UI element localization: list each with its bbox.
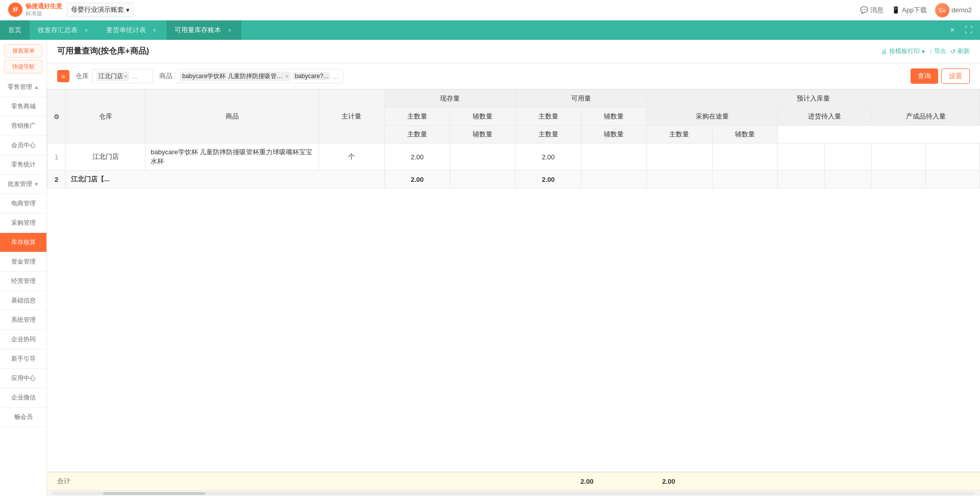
sidebar-item-retail-mall[interactable]: 零售商城 bbox=[0, 97, 46, 116]
purchase-transit-header: 采购在途量 bbox=[647, 108, 778, 126]
filter-area: » 仓库 江北门店 × … 商品 babycare学饮杯 儿童防摔防撞吸管杯重力… bbox=[47, 63, 980, 89]
sidebar-item-app-center[interactable]: 应用中心 bbox=[0, 369, 46, 388]
industry-selector[interactable]: 母婴行业演示账套 ▾ bbox=[66, 3, 134, 17]
top-bar-left: 好 畅捷通好生意 标准版 母婴行业演示账套 ▾ bbox=[8, 3, 134, 17]
sidebar-item-marketing[interactable]: 营销推广 bbox=[0, 116, 46, 136]
sidebar-item-retail-management[interactable]: 零售管理 ▲ bbox=[0, 78, 46, 97]
settings-header[interactable]: ⚙ bbox=[47, 90, 66, 144]
row-num: 1 bbox=[47, 144, 66, 171]
sidebar-item-finance[interactable]: 资金管理 bbox=[0, 252, 46, 272]
user-menu[interactable]: Ea demo2 bbox=[935, 3, 972, 17]
tab-available-stock-label: 可用量库存账本 bbox=[175, 26, 221, 35]
sidebar-item-member-center-label: 会员中心 bbox=[11, 141, 36, 150]
row-purchase-aux bbox=[712, 144, 777, 171]
tab-available-stock[interactable]: 可用量库存账本 × bbox=[166, 20, 241, 40]
tab-receive-summary[interactable]: 收发存汇总表 × bbox=[30, 20, 98, 40]
sidebar-item-enterprise-collaboration[interactable]: 企业协同 bbox=[0, 330, 46, 349]
warehouse-ellipsis[interactable]: … bbox=[131, 73, 138, 80]
available-header: 可用量 bbox=[516, 90, 647, 108]
settings-button[interactable]: 设置 bbox=[941, 68, 970, 84]
footer-label: 合计 bbox=[52, 477, 70, 486]
production-main-header: 主数量 bbox=[647, 126, 712, 144]
sidebar-item-chang-member-label: 畅会员 bbox=[14, 413, 33, 421]
tab-order-statistics-close[interactable]: × bbox=[151, 27, 158, 34]
subtotal-num: 2 bbox=[47, 171, 66, 188]
query-button[interactable]: 查询 bbox=[911, 68, 938, 84]
sidebar-item-onboarding-label: 新手引导 bbox=[11, 355, 36, 363]
row-unit: 个 bbox=[319, 144, 384, 171]
unit-header: 主计量 bbox=[319, 90, 384, 144]
product-input[interactable]: babycare学饮杯 儿童防摔防撞吸管杯重力球吸嘴杯宝宝水杯 × babyca… bbox=[176, 69, 344, 83]
product-tag2-value: babycare?... bbox=[295, 73, 328, 80]
tab-receive-summary-label: 收发存汇总表 bbox=[38, 26, 78, 35]
product-filter-label: 商品 bbox=[159, 72, 173, 81]
warehouse-tag-value: 江北门店 bbox=[99, 72, 123, 81]
subtotal-incoming-aux bbox=[825, 171, 872, 188]
logo: 好 畅捷通好生意 标准版 bbox=[8, 3, 62, 17]
tab-order-statistics[interactable]: 要货单统计表 × bbox=[98, 20, 166, 40]
sidebar-item-system-management[interactable]: 系统管理 bbox=[0, 311, 46, 330]
refresh-button[interactable]: ↺ 刷新 bbox=[950, 47, 970, 56]
nav-tabs: 首页 收发存汇总表 × 要货单统计表 × 可用量库存账本 × × ⛶ bbox=[0, 20, 980, 40]
product-tag-remove[interactable]: × bbox=[285, 73, 288, 79]
sidebar-item-business-management-label: 经营管理 bbox=[11, 277, 36, 286]
horizontal-scrollbar-track[interactable] bbox=[52, 492, 975, 495]
row-available-main: 2.00 bbox=[516, 144, 581, 171]
export-icon: ↑ bbox=[929, 48, 932, 55]
sidebar-item-member-center[interactable]: 会员中心 bbox=[0, 136, 46, 155]
subtotal-production-aux bbox=[926, 171, 980, 188]
sidebar-item-basic-info-label: 基础信息 bbox=[11, 296, 36, 305]
print-button[interactable]: 🖨 按模板打印 ▾ bbox=[881, 47, 925, 56]
sidebar-item-enterprise-wechat[interactable]: 企业微信 bbox=[0, 388, 46, 408]
expand-icon: » bbox=[61, 72, 65, 80]
filter-expand-button[interactable]: » bbox=[57, 70, 69, 82]
sidebar-item-wholesale-management[interactable]: 批发管理 ▼ bbox=[0, 175, 46, 194]
subtotal-incoming-main bbox=[778, 171, 825, 188]
subtotal-available-aux bbox=[581, 171, 646, 188]
subtotal-current-aux bbox=[450, 171, 516, 188]
username: demo2 bbox=[951, 6, 972, 14]
chevron-down-icon: ▾ bbox=[922, 48, 925, 55]
app-download-button[interactable]: 📱 App下载 bbox=[892, 6, 927, 15]
sidebar-item-finance-label: 资金管理 bbox=[11, 257, 36, 266]
current-aux-header: 辅数量 bbox=[450, 108, 516, 126]
subtotal-label: 江北门店【... bbox=[66, 171, 385, 188]
sidebar-item-business-management[interactable]: 经营管理 bbox=[0, 272, 46, 291]
close-all-tabs-button[interactable]: × bbox=[945, 23, 960, 37]
print-label: 按模板打印 bbox=[889, 47, 920, 56]
horizontal-scrollbar-thumb[interactable] bbox=[103, 492, 205, 495]
logo-text-block: 畅捷通好生意 标准版 bbox=[26, 3, 62, 17]
warehouse-input[interactable]: 江北门店 × … bbox=[92, 69, 153, 83]
product-header: 商品 bbox=[145, 90, 319, 144]
footer-available-main: 2.00 bbox=[648, 478, 689, 485]
fullscreen-button[interactable]: ⛶ bbox=[962, 23, 976, 37]
row-warehouse: 江北门店 bbox=[66, 144, 145, 171]
table-container: ⚙ 仓库 商品 主计量 现存量 可用量 预计入库量 主数量 辅数量 主数量 辅数… bbox=[47, 89, 980, 471]
table-row: 1 江北门店 babycare学饮杯 儿童防摔防撞吸管杯重力球吸嘴杯宝宝水杯 个… bbox=[47, 144, 980, 171]
subtotal-current-main: 2.00 bbox=[384, 171, 450, 188]
product-filter-group: 商品 babycare学饮杯 儿童防摔防撞吸管杯重力球吸嘴杯宝宝水杯 × bab… bbox=[159, 69, 344, 83]
row-product: babycare学饮杯 儿童防摔防撞吸管杯重力球吸嘴杯宝宝水杯 bbox=[145, 144, 319, 171]
row-available-aux bbox=[581, 144, 646, 171]
purchase-transit-main-header: 主数量 bbox=[384, 126, 450, 144]
sidebar-item-purchase-management[interactable]: 采购管理 bbox=[0, 214, 46, 233]
subtotal-row: 2 江北门店【... 2.00 2.00 bbox=[47, 171, 980, 188]
search-menu-button[interactable]: 搜索菜单 bbox=[4, 44, 42, 58]
sidebar-item-chang-member[interactable]: 畅会员 bbox=[0, 408, 46, 427]
export-button[interactable]: ↑ 导出 bbox=[929, 47, 946, 56]
tab-available-stock-close[interactable]: × bbox=[226, 27, 233, 34]
sidebar-item-basic-info[interactable]: 基础信息 bbox=[0, 291, 46, 311]
product-ellipsis[interactable]: … bbox=[332, 73, 339, 80]
incoming-main-header: 主数量 bbox=[516, 126, 581, 144]
warehouse-tag-remove[interactable]: × bbox=[124, 73, 127, 79]
message-button[interactable]: 💬 消息 bbox=[860, 6, 884, 15]
quick-nav-button[interactable]: 快捷导航 bbox=[4, 60, 42, 74]
sidebar: 搜索菜单 快捷导航 零售管理 ▲ 零售商城 营销推广 会员中心 零售统计 批发管… bbox=[0, 40, 47, 496]
tab-receive-summary-close[interactable]: × bbox=[83, 27, 90, 34]
row-current-main: 2.00 bbox=[384, 144, 450, 171]
sidebar-item-retail-stats[interactable]: 零售统计 bbox=[0, 155, 46, 175]
sidebar-item-onboarding[interactable]: 新手引导 bbox=[0, 349, 46, 369]
sidebar-item-ecommerce[interactable]: 电商管理 bbox=[0, 194, 46, 214]
tab-home[interactable]: 首页 bbox=[0, 20, 30, 40]
sidebar-item-inventory-accounting[interactable]: 库存核算 bbox=[0, 233, 46, 252]
